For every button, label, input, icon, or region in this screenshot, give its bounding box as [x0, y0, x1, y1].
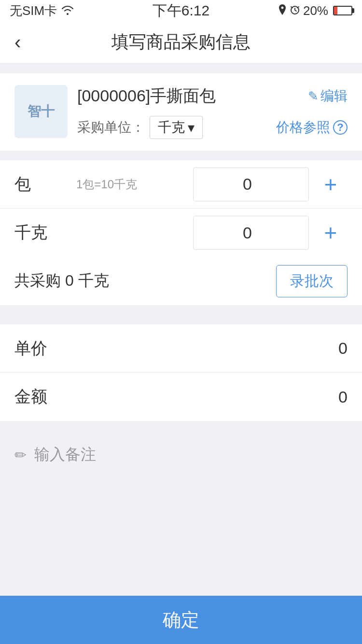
- bag-label: 包: [14, 173, 72, 196]
- amount-value: 0: [338, 388, 348, 406]
- page-title: 填写商品采购信息: [111, 30, 251, 54]
- kg-label: 千克: [14, 222, 72, 244]
- help-icon: ?: [333, 120, 348, 135]
- divider-2: [0, 305, 362, 315]
- location-icon: [278, 3, 287, 18]
- info-section: 单价 0 金额 0: [0, 324, 362, 421]
- amount-row: 金额 0: [0, 373, 362, 421]
- bag-input-row: 包 1包=10千克 +: [0, 160, 362, 209]
- nav-bar: ‹ 填写商品采购信息: [0, 21, 362, 64]
- battery-icon: [333, 6, 352, 15]
- confirm-label: 确定: [163, 608, 199, 632]
- amount-label: 金额: [14, 386, 47, 408]
- product-header: [0000006]手撕面包 ✎ 编辑: [77, 85, 348, 107]
- unit-price-value: 0: [338, 339, 348, 358]
- price-ref-label: 价格参照: [276, 118, 330, 137]
- unit-label-text: 采购单位：: [77, 118, 145, 137]
- input-section: 包 1包=10千克 + 千克 +: [0, 160, 362, 257]
- divider-1: [0, 151, 362, 160]
- kg-input[interactable]: [193, 216, 309, 250]
- unit-price-row: 单价 0: [0, 324, 362, 373]
- bag-sub-label: 1包=10千克: [76, 177, 137, 192]
- unit-label: 采购单位： 千克 ▾: [77, 116, 203, 139]
- bag-input[interactable]: [193, 168, 309, 201]
- edit-button[interactable]: ✎ 编辑: [308, 87, 348, 105]
- alarm-icon: [290, 3, 300, 18]
- summary-row: 共采购 0 千克 录批次: [0, 257, 362, 305]
- product-info: [0000006]手撕面包 ✎ 编辑 采购单位： 千克 ▾ 价格参照 ?: [77, 85, 348, 139]
- unit-price-label: 单价: [14, 337, 47, 360]
- pencil-icon: ✏: [14, 447, 27, 463]
- product-card: 智十 [0000006]手撕面包 ✎ 编辑 采购单位： 千克 ▾: [0, 73, 362, 151]
- kg-input-row: 千克 +: [0, 209, 362, 257]
- summary-prefix: 共采购: [14, 272, 61, 289]
- edit-icon: ✎: [308, 89, 319, 104]
- product-unit-row: 采购单位： 千克 ▾ 价格参照 ?: [77, 116, 348, 139]
- battery-percent: 20%: [303, 3, 328, 18]
- summary-text: 共采购 0 千克: [14, 270, 109, 292]
- confirm-button[interactable]: 确定: [0, 596, 362, 644]
- bag-plus-button[interactable]: +: [314, 168, 348, 201]
- price-ref-button[interactable]: 价格参照 ?: [276, 118, 348, 137]
- product-logo: 智十: [28, 103, 55, 120]
- main-content: 智十 [0000006]手撕面包 ✎ 编辑 采购单位： 千克 ▾: [0, 73, 362, 643]
- back-button[interactable]: ‹: [10, 27, 26, 58]
- content-filler: [0, 479, 362, 595]
- summary-unit: 千克: [78, 272, 109, 289]
- kg-plus-button[interactable]: +: [314, 216, 348, 250]
- unit-select[interactable]: 千克 ▾: [150, 116, 203, 139]
- status-right: 20%: [278, 3, 352, 18]
- carrier-label: 无SIM卡: [10, 2, 57, 19]
- chevron-down-icon: ▾: [188, 120, 195, 136]
- wifi-icon: [61, 3, 74, 18]
- batch-button[interactable]: 录批次: [276, 265, 348, 297]
- summary-quantity: 0: [65, 272, 78, 289]
- remarks-placeholder: 输入备注: [34, 444, 96, 465]
- product-name: [0000006]手撕面包: [77, 85, 216, 107]
- remarks-section[interactable]: ✏ 输入备注: [0, 431, 362, 479]
- unit-value: 千克: [158, 118, 185, 137]
- edit-label: 编辑: [320, 87, 348, 105]
- product-image: 智十: [14, 85, 68, 138]
- status-left: 无SIM卡: [10, 2, 74, 19]
- status-time: 下午6:12: [153, 1, 209, 21]
- status-bar: 无SIM卡 下午6:12 20%: [0, 0, 362, 21]
